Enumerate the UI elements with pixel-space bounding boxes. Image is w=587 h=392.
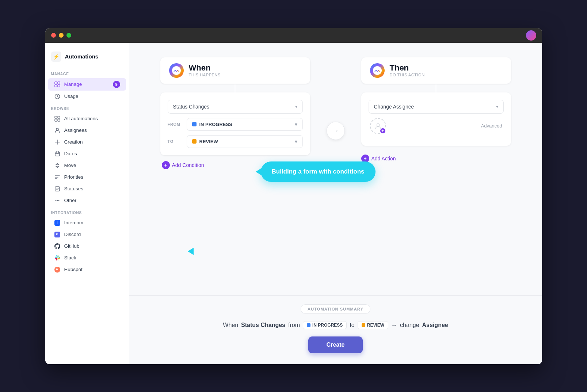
avatar[interactable] <box>526 30 536 41</box>
bottom-panel: AUTOMATION SUMMARY When Status Changes f… <box>129 295 542 364</box>
then-card-text: Then DO THIS ACTION <box>390 64 425 77</box>
close-button[interactable] <box>51 33 56 38</box>
automation-summary-label: AUTOMATION SUMMARY <box>301 304 370 314</box>
discord-icon: D <box>54 231 61 238</box>
sidebar-title: Automations <box>65 53 99 60</box>
summary-from-text: from <box>288 322 300 328</box>
svg-rect-0 <box>55 82 57 84</box>
to-chevron-icon: ▾ <box>295 139 297 144</box>
create-button[interactable]: Create <box>308 336 363 353</box>
slack-label: Slack <box>64 255 76 260</box>
summary-when: When <box>223 322 238 328</box>
to-status-dropdown[interactable]: REVIEW ▾ <box>187 135 303 148</box>
slack-icon <box>54 255 61 261</box>
when-body-card: Status Changes ▾ FROM IN PROGRESS ▾ <box>160 92 310 155</box>
svg-point-14 <box>58 200 59 201</box>
sidebar-item-statuses[interactable]: Statuses <box>48 183 126 195</box>
manage-icon <box>54 81 61 88</box>
integrations-section-label: INTEGRATIONS <box>45 206 129 217</box>
move-label: Move <box>64 163 76 168</box>
assignee-placeholder: + Advanced <box>369 114 504 138</box>
sidebar-item-github[interactable]: GitHub <box>48 240 126 252</box>
sidebar-item-intercom[interactable]: i Intercom <box>48 217 126 229</box>
sidebar-item-creation[interactable]: Creation <box>48 136 126 148</box>
priorities-icon <box>54 174 61 180</box>
then-card-header: Then DO THIS ACTION <box>361 57 511 84</box>
summary-text: When Status Changes from IN PROGRESS to … <box>223 321 448 329</box>
sidebar-item-discord[interactable]: D Discord <box>48 229 126 240</box>
maximize-button[interactable] <box>66 33 71 38</box>
sidebar-header: ⚡ Automations <box>45 49 129 68</box>
summary-to-badge: REVIEW <box>358 321 388 329</box>
svg-point-16 <box>373 66 382 75</box>
statuses-icon <box>54 186 61 192</box>
svg-point-17 <box>377 123 379 126</box>
when-subtitle: THIS HAPPENS <box>189 73 221 77</box>
creation-label: Creation <box>64 139 83 145</box>
advanced-link[interactable]: Advanced <box>481 123 502 129</box>
when-card-text: When THIS HAPPENS <box>189 64 221 77</box>
trigger-value: Status Changes <box>173 104 210 110</box>
flow-arrow-circle: → <box>327 122 345 140</box>
manage-section-label: MANAGE <box>45 68 129 78</box>
add-condition-icon: + <box>162 161 170 169</box>
sidebar-item-manage[interactable]: Manage 9 <box>48 78 126 91</box>
move-icon <box>54 162 61 169</box>
action-dropdown[interactable]: Change Assignee ▾ <box>369 100 504 114</box>
to-row: TO REVIEW ▾ <box>168 135 303 148</box>
sidebar-item-usage[interactable]: Usage <box>48 91 126 102</box>
manage-label: Manage <box>64 81 82 87</box>
automation-canvas: When THIS HAPPENS <box>129 43 542 295</box>
sidebar-item-priorities[interactable]: Priorities <box>48 171 126 183</box>
svg-rect-8 <box>58 119 60 121</box>
svg-rect-3 <box>58 85 60 87</box>
minimize-button[interactable] <box>59 33 64 38</box>
titlebar <box>45 28 542 43</box>
assignees-icon <box>54 127 61 134</box>
sidebar-item-hubspot[interactable]: H Hubspot <box>48 264 126 275</box>
from-label: FROM <box>168 122 182 126</box>
assignee-circle[interactable]: + <box>370 118 386 134</box>
svg-rect-7 <box>55 119 57 121</box>
summary-from-value: IN PROGRESS <box>312 323 343 328</box>
hubspot-label: Hubspot <box>64 267 83 272</box>
action-value: Change Assignee <box>374 104 414 110</box>
summary-action: Assignee <box>422 322 448 328</box>
svg-rect-1 <box>58 82 60 84</box>
summary-trigger: Status Changes <box>241 322 285 328</box>
app-body: ⚡ Automations MANAGE Manage 9 <box>45 43 542 364</box>
sidebar-item-all-automations[interactable]: All automations <box>48 113 126 125</box>
from-row: FROM IN PROGRESS ▾ <box>168 118 303 131</box>
add-condition-label: Add Condition <box>172 162 204 168</box>
dates-icon <box>54 151 61 157</box>
from-status-value: IN PROGRESS <box>199 122 232 127</box>
right-connector-top <box>436 84 436 92</box>
sidebar-item-move[interactable]: Move <box>48 160 126 171</box>
from-status-dropdown[interactable]: IN PROGRESS ▾ <box>187 118 303 131</box>
add-action-label: Add Action <box>371 156 396 161</box>
usage-label: Usage <box>64 94 79 99</box>
statuses-label: Statuses <box>64 186 84 191</box>
svg-rect-2 <box>55 85 57 87</box>
trigger-dropdown[interactable]: Status Changes ▾ <box>168 100 303 114</box>
add-condition-button[interactable]: + Add Condition <box>162 161 204 169</box>
app-window: ⚡ Automations MANAGE Manage 9 <box>45 28 542 364</box>
to-status-dot <box>192 139 197 144</box>
discord-label: Discord <box>64 232 81 237</box>
manage-badge: 9 <box>113 81 120 88</box>
assignee-plus-icon: + <box>380 128 386 134</box>
sidebar: ⚡ Automations MANAGE Manage 9 <box>45 43 129 364</box>
when-logo <box>169 63 184 78</box>
intercom-icon: i <box>54 220 61 226</box>
summary-to-text: to <box>350 322 354 328</box>
assignees-label: Assignees <box>64 128 87 133</box>
sidebar-item-dates[interactable]: Dates <box>48 148 126 160</box>
sidebar-item-assignees[interactable]: Assignees <box>48 125 126 136</box>
summary-from-dot <box>307 323 310 327</box>
github-icon <box>54 243 61 250</box>
all-automations-icon <box>54 115 61 122</box>
automations-icon: ⚡ <box>51 52 61 62</box>
summary-change: change <box>400 322 419 328</box>
sidebar-item-slack[interactable]: Slack <box>48 252 126 264</box>
sidebar-item-other[interactable]: Other <box>48 195 126 206</box>
